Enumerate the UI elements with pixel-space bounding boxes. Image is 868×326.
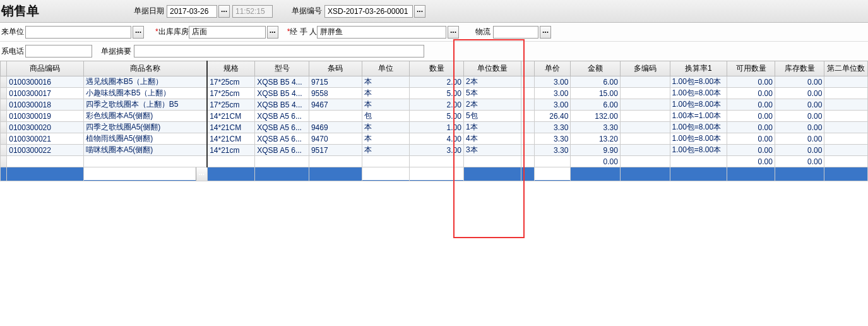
cell-multi[interactable]: [620, 76, 670, 88]
col-header[interactable]: [521, 61, 534, 76]
items-table[interactable]: 商品编码商品名称规格型号条码单位数量单位数量单价金额多编码换算率1可用数量库存数…: [0, 61, 868, 181]
edit-cell-gutter[interactable]: [824, 167, 868, 181]
cell-name[interactable]: 植物雨线圈A5(侧翻): [83, 133, 207, 145]
cell-barcode[interactable]: 9517: [309, 145, 362, 156]
table-row[interactable]: 0100300017小趣味线圈本B5（上翻）17*25cmXQSB B5 4..…: [1, 88, 868, 99]
cell-code[interactable]: 0100300016: [7, 76, 83, 88]
warehouse-picker-button[interactable]: ···: [267, 26, 278, 39]
cell-spec[interactable]: 14*21CM: [207, 122, 255, 133]
cell-amount[interactable]: 15.00: [571, 88, 621, 99]
cell-avail[interactable]: 0.00: [727, 99, 775, 111]
cell-spec[interactable]: 14*21CM: [207, 111, 255, 122]
edit-cell-qty[interactable]: ···: [410, 167, 464, 181]
cell-stock[interactable]: 0.00: [775, 76, 824, 88]
cell-code[interactable]: 0100300018: [7, 99, 83, 111]
cell-gutter[interactable]: [1, 156, 7, 167]
cell-avail[interactable]: 0.00: [727, 145, 775, 156]
cell-amount[interactable]: 9.90: [571, 145, 621, 156]
cell-barcode[interactable]: 9469: [309, 122, 362, 133]
cell-amount[interactable]: 6.00: [571, 99, 621, 111]
cell-barcode[interactable]: [309, 156, 362, 167]
cell-barcode[interactable]: 9715: [309, 76, 362, 88]
cell-unitqty[interactable]: 2本: [463, 99, 521, 111]
cell-model[interactable]: XQSB B5 4...: [255, 76, 309, 88]
cell-avail[interactable]: 0.00: [727, 133, 775, 145]
cell-avail[interactable]: 0.00: [727, 76, 775, 88]
logistics-input[interactable]: [493, 26, 538, 39]
cell-gutter[interactable]: [824, 145, 868, 156]
cell-name[interactable]: [83, 156, 207, 167]
edit-cell-barcode[interactable]: [309, 167, 362, 181]
cell-model[interactable]: [255, 156, 309, 167]
cell-model[interactable]: XQSB B5 4...: [255, 99, 309, 111]
date-picker-button[interactable]: ···: [218, 5, 230, 18]
cell-gutter[interactable]: [824, 122, 868, 133]
cell-qty[interactable]: 3.00: [410, 145, 464, 156]
cell-name[interactable]: 彩色线圈本A5(侧翻): [83, 111, 207, 122]
edit-cell-name[interactable]: ···: [83, 167, 207, 181]
col-header[interactable]: 多编码: [620, 61, 670, 76]
cell-multi[interactable]: [620, 122, 670, 133]
party-picker-button[interactable]: ···: [133, 26, 144, 39]
summary-input[interactable]: [134, 45, 424, 57]
cell-amount[interactable]: 6.00: [571, 76, 621, 88]
cell-unit[interactable]: 本: [362, 99, 410, 111]
docno-picker-button[interactable]: ···: [414, 5, 425, 18]
edit-input[interactable]: [535, 167, 571, 180]
edit-cell-multi[interactable]: [620, 167, 670, 181]
cell-rate[interactable]: 1.00包=8.00本: [670, 76, 727, 88]
edit-input[interactable]: [362, 167, 410, 180]
edit-cell-model[interactable]: [255, 167, 309, 181]
cell-gutter[interactable]: [521, 88, 534, 99]
edit-cell-unitqty[interactable]: [463, 167, 521, 181]
edit-cell-gutter[interactable]: [521, 167, 534, 181]
cell-gutter[interactable]: [521, 111, 534, 122]
col-header[interactable]: 换算率1: [670, 61, 727, 76]
cell-barcode[interactable]: [309, 111, 362, 122]
cell-price[interactable]: 3.30: [535, 122, 571, 133]
cell-avail[interactable]: 0.00: [727, 88, 775, 99]
cell-unitqty[interactable]: 3本: [463, 145, 521, 156]
handler-picker-button[interactable]: ···: [448, 26, 459, 39]
col-header[interactable]: 可用数量: [727, 61, 775, 76]
cell-multi[interactable]: [620, 156, 670, 167]
cell-name[interactable]: 遇见线圈本B5（上翻）: [83, 76, 207, 88]
date-input[interactable]: [167, 5, 217, 18]
cell-qty[interactable]: [410, 156, 464, 167]
edit-input[interactable]: [84, 167, 196, 180]
cell-stock[interactable]: 0.00: [775, 156, 824, 167]
cell-rate[interactable]: 1.00本=1.00本: [670, 111, 727, 122]
cell-unitqty[interactable]: [463, 156, 521, 167]
cell-unitqty[interactable]: 2本: [463, 76, 521, 88]
cell-spec[interactable]: 17*25cm: [207, 99, 255, 111]
cell-stock[interactable]: 0.00: [775, 122, 824, 133]
cell-unit[interactable]: [362, 156, 410, 167]
cell-price[interactable]: 26.40: [535, 111, 571, 122]
cell-unit[interactable]: 本: [362, 76, 410, 88]
edit-cell-code[interactable]: [7, 167, 83, 181]
cell-rate[interactable]: 1.00包=8.00本: [670, 99, 727, 111]
col-header[interactable]: 单价: [535, 61, 571, 76]
cell-gutter[interactable]: [1, 88, 7, 99]
edit-cell-stock[interactable]: [775, 167, 824, 181]
edit-row[interactable]: ············: [1, 167, 868, 181]
cell-gutter[interactable]: [521, 156, 534, 167]
cell-price[interactable]: [535, 156, 571, 167]
handler-input[interactable]: [317, 26, 446, 39]
table-row[interactable]: 0.000.000.00: [1, 156, 868, 167]
cell-rate[interactable]: [670, 156, 727, 167]
cell-barcode[interactable]: 9467: [309, 99, 362, 111]
cell-unit[interactable]: 本: [362, 145, 410, 156]
cell-name[interactable]: 喵咪线圈本A5(侧翻): [83, 145, 207, 156]
cell-qty[interactable]: 5.00: [410, 88, 464, 99]
col-header[interactable]: 库存数量: [775, 61, 824, 76]
cell-rate[interactable]: 1.00包=8.00本: [670, 122, 727, 133]
cell-model[interactable]: XQSB A5 6...: [255, 122, 309, 133]
cell-code[interactable]: 0100300021: [7, 133, 83, 145]
col-header[interactable]: 规格: [207, 61, 255, 76]
cell-qty[interactable]: 2.00: [410, 76, 464, 88]
col-header[interactable]: 金额: [571, 61, 621, 76]
cell-unitqty[interactable]: 5包: [463, 111, 521, 122]
cell-rate[interactable]: 1.00包=8.00本: [670, 133, 727, 145]
edit-input[interactable]: [410, 167, 463, 180]
